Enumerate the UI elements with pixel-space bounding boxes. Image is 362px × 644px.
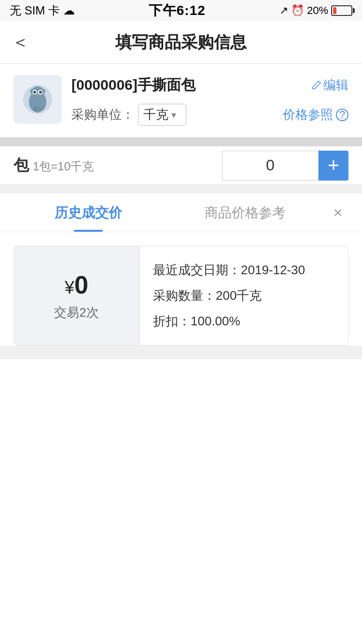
purchase-qty-value: 200千克 — [216, 288, 262, 303]
tab-history-price[interactable]: 历史成交价 — [10, 194, 167, 232]
quantity-row: 包 1包=10千克 0 + — [0, 146, 362, 185]
price-value: 0 — [74, 271, 88, 299]
nav-bar: ＜ 填写商品采购信息 — [0, 21, 362, 64]
unit-label: 采购单位： — [71, 106, 134, 123]
unit-row: 采购单位： 千克 ▾ — [71, 104, 186, 126]
battery-percent: 20% — [307, 4, 328, 17]
product-name-text: 手撕面包 — [138, 77, 195, 93]
product-id: [0000006] — [71, 77, 138, 93]
recent-date-value: 2019-12-30 — [241, 263, 305, 277]
price-summary: ¥0 交易2次 — [14, 246, 139, 345]
back-button[interactable]: ＜ — [12, 30, 29, 54]
price-card: ¥0 交易2次 最近成交日期：2019-12-30 采购数量：200千克 折扣：… — [14, 246, 348, 346]
sim-status: 无 SIM 卡 ☁ — [10, 3, 75, 18]
price-details: 最近成交日期：2019-12-30 采购数量：200千克 折扣：100.00% — [139, 246, 348, 345]
tab-close-button[interactable]: × — [323, 198, 352, 227]
tab-product-price-ref-label: 商品价格参考 — [205, 204, 286, 222]
quantity-input[interactable]: 0 — [222, 151, 319, 181]
discount-label: 折扣： — [153, 314, 191, 328]
status-right: ↗ ⏰ 20% — [279, 4, 352, 17]
price-amount: ¥0 — [65, 270, 88, 299]
help-icon: ? — [336, 109, 348, 121]
svg-point-6 — [39, 91, 42, 94]
edit-label: 编辑 — [323, 77, 348, 94]
quantity-increment-button[interactable]: + — [319, 151, 348, 181]
tab-history-price-label: 历史成交价 — [55, 204, 122, 222]
quantity-label: 包 1包=10千克 — [14, 155, 94, 176]
page-title: 填写商品采购信息 — [115, 31, 247, 54]
svg-text:数计: 数计 — [33, 106, 43, 112]
battery-icon — [331, 5, 352, 16]
status-left: 无 SIM 卡 ☁ — [10, 3, 75, 18]
quantity-unit-big: 包 — [14, 155, 29, 176]
unit-select[interactable]: 千克 ▾ — [138, 104, 186, 126]
recent-date-row: 最近成交日期：2019-12-30 — [153, 261, 334, 280]
unit-value: 千克 — [143, 106, 168, 123]
recent-date-label: 最近成交日期： — [153, 263, 241, 277]
chevron-down-icon: ▾ — [171, 109, 176, 121]
location-icon: ↗ — [279, 4, 288, 17]
discount-value: 100.00% — [191, 314, 240, 328]
product-thumbnail: 数计 — [14, 75, 62, 124]
product-meta: 采购单位： 千克 ▾ 价格参照 ? — [71, 104, 348, 126]
currency-symbol: ¥ — [65, 278, 74, 297]
discount-row: 折扣：100.00% — [153, 312, 334, 331]
battery-fill — [333, 7, 336, 14]
section-divider — [0, 138, 362, 146]
purchase-qty-row: 采购数量：200千克 — [153, 286, 334, 305]
quantity-control: 0 + — [222, 151, 348, 181]
alarm-icon: ⏰ — [291, 4, 304, 17]
edit-button[interactable]: 编辑 — [311, 77, 348, 94]
svg-point-5 — [33, 91, 36, 94]
price-ref-label: 价格参照 — [283, 106, 333, 123]
product-info: [0000006]手撕面包 编辑 采购单位： 千克 ▾ 价格参照 ? — [71, 75, 348, 126]
product-logo: 数计 — [21, 83, 55, 116]
status-bar: 无 SIM 卡 ☁ 下午6:12 ↗ ⏰ 20% — [0, 0, 362, 21]
edit-icon — [311, 80, 321, 91]
tab-header: 历史成交价 商品价格参考 × — [0, 194, 362, 232]
trade-count: 交易2次 — [54, 304, 98, 321]
product-header: [0000006]手撕面包 编辑 — [71, 75, 348, 95]
bottom-area — [0, 359, 362, 644]
product-card: 数计 [0000006]手撕面包 编辑 采购单位： 千克 ▾ 价格参照 ? — [0, 64, 362, 138]
product-name: [0000006]手撕面包 — [71, 75, 195, 95]
status-time: 下午6:12 — [149, 1, 206, 20]
price-reference-button[interactable]: 价格参照 ? — [283, 106, 348, 123]
tab-product-price-ref[interactable]: 商品价格参考 — [167, 194, 323, 232]
tab-panel: 历史成交价 商品价格参考 × ¥0 交易2次 最近成交日期：2019-12-30… — [0, 194, 362, 346]
purchase-qty-label: 采购数量： — [153, 288, 216, 303]
quantity-unit-sub: 1包=10千克 — [33, 159, 94, 174]
